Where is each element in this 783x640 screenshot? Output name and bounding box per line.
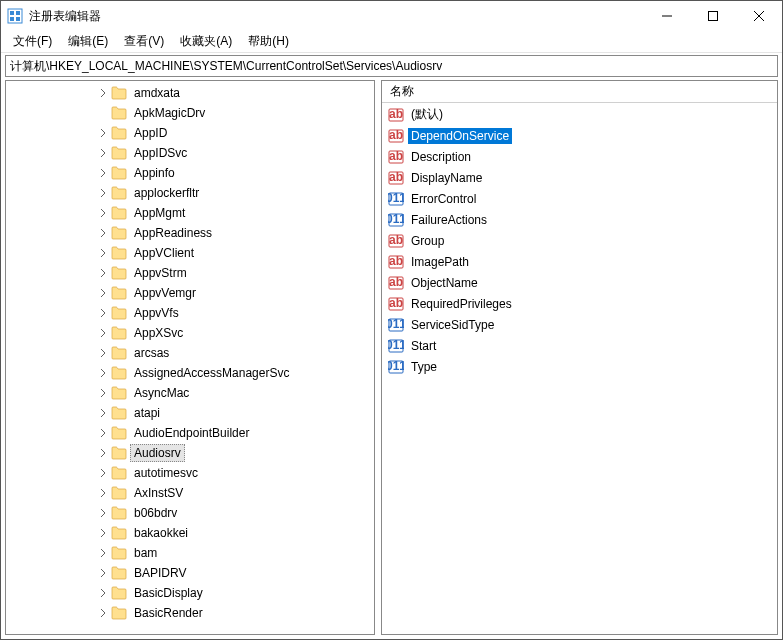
tree-item[interactable]: bam: [6, 543, 374, 563]
string-value-icon: ab: [388, 296, 404, 312]
tree-item[interactable]: AppIDSvc: [6, 143, 374, 163]
chevron-right-icon[interactable]: [96, 508, 110, 519]
folder-icon: [111, 346, 127, 360]
chevron-right-icon[interactable]: [96, 188, 110, 199]
chevron-right-icon[interactable]: [96, 128, 110, 139]
tree-item[interactable]: Appinfo: [6, 163, 374, 183]
string-value-icon: ab: [388, 128, 404, 144]
tree-item[interactable]: AppXSvc: [6, 323, 374, 343]
svg-text:ab: ab: [389, 149, 403, 163]
value-row[interactable]: abDescription: [382, 146, 777, 167]
chevron-right-icon[interactable]: [96, 468, 110, 479]
address-bar[interactable]: 计算机\HKEY_LOCAL_MACHINE\SYSTEM\CurrentCon…: [5, 55, 778, 77]
tree-item[interactable]: BasicRender: [6, 603, 374, 623]
folder-icon: [111, 486, 127, 500]
value-name: Type: [408, 359, 440, 375]
tree-item[interactable]: AudioEndpointBuilder: [6, 423, 374, 443]
chevron-right-icon[interactable]: [96, 588, 110, 599]
value-row[interactable]: 011Type: [382, 356, 777, 377]
tree-item-label: AppvVfs: [130, 304, 183, 322]
tree-item[interactable]: atapi: [6, 403, 374, 423]
tree-item[interactable]: AppID: [6, 123, 374, 143]
tree-item[interactable]: bakaokkei: [6, 523, 374, 543]
tree-item[interactable]: BAPIDRV: [6, 563, 374, 583]
value-row[interactable]: abObjectName: [382, 272, 777, 293]
value-row[interactable]: abGroup: [382, 230, 777, 251]
chevron-right-icon[interactable]: [96, 308, 110, 319]
chevron-right-icon[interactable]: [96, 228, 110, 239]
tree-item[interactable]: AssignedAccessManagerSvc: [6, 363, 374, 383]
tree-item-label: AsyncMac: [130, 384, 193, 402]
chevron-right-icon[interactable]: [96, 148, 110, 159]
value-row[interactable]: 011Start: [382, 335, 777, 356]
minimize-button[interactable]: [644, 1, 690, 31]
tree-item[interactable]: AppMgmt: [6, 203, 374, 223]
svg-rect-6: [709, 12, 718, 21]
value-row[interactable]: ab(默认): [382, 104, 777, 125]
value-row[interactable]: 011ErrorControl: [382, 188, 777, 209]
folder-icon: [111, 386, 127, 400]
value-row[interactable]: 011FailureActions: [382, 209, 777, 230]
svg-text:ab: ab: [389, 107, 403, 121]
value-row[interactable]: 011ServiceSidType: [382, 314, 777, 335]
values-body[interactable]: ab(默认)abDependOnServiceabDescriptionabDi…: [382, 103, 777, 634]
menu-edit[interactable]: 编辑(E): [62, 31, 114, 52]
tree-item[interactable]: AppReadiness: [6, 223, 374, 243]
tree-item[interactable]: AppvVemgr: [6, 283, 374, 303]
chevron-right-icon[interactable]: [96, 408, 110, 419]
svg-rect-4: [16, 17, 20, 21]
close-button[interactable]: [736, 1, 782, 31]
value-row[interactable]: abDependOnService: [382, 125, 777, 146]
svg-text:ab: ab: [389, 128, 403, 142]
tree-item[interactable]: amdxata: [6, 83, 374, 103]
chevron-right-icon[interactable]: [96, 168, 110, 179]
value-row[interactable]: abImagePath: [382, 251, 777, 272]
tree-item[interactable]: AsyncMac: [6, 383, 374, 403]
tree-item[interactable]: applockerfltr: [6, 183, 374, 203]
menu-view[interactable]: 查看(V): [118, 31, 170, 52]
chevron-right-icon[interactable]: [96, 548, 110, 559]
chevron-right-icon[interactable]: [96, 368, 110, 379]
tree-item[interactable]: ApkMagicDrv: [6, 103, 374, 123]
tree-item[interactable]: BasicDisplay: [6, 583, 374, 603]
chevron-right-icon[interactable]: [96, 348, 110, 359]
menubar: 文件(F) 编辑(E) 查看(V) 收藏夹(A) 帮助(H): [1, 31, 782, 53]
chevron-right-icon[interactable]: [96, 388, 110, 399]
chevron-right-icon[interactable]: [96, 448, 110, 459]
string-value-icon: ab: [388, 107, 404, 123]
value-name: ImagePath: [408, 254, 472, 270]
chevron-right-icon[interactable]: [96, 568, 110, 579]
tree-item[interactable]: Audiosrv: [6, 443, 374, 463]
tree-item[interactable]: AppVClient: [6, 243, 374, 263]
tree-pane: amdxataApkMagicDrvAppIDAppIDSvcAppinfoap…: [5, 80, 375, 635]
maximize-button[interactable]: [690, 1, 736, 31]
tree-item[interactable]: AxInstSV: [6, 483, 374, 503]
menu-file[interactable]: 文件(F): [7, 31, 58, 52]
chevron-right-icon[interactable]: [96, 288, 110, 299]
chevron-right-icon[interactable]: [96, 88, 110, 99]
value-row[interactable]: abDisplayName: [382, 167, 777, 188]
tree-item[interactable]: AppvStrm: [6, 263, 374, 283]
string-value-icon: ab: [388, 254, 404, 270]
tree-item[interactable]: AppvVfs: [6, 303, 374, 323]
svg-text:ab: ab: [389, 275, 403, 289]
chevron-right-icon[interactable]: [96, 488, 110, 499]
column-name[interactable]: 名称: [390, 83, 414, 100]
tree-scroll[interactable]: amdxataApkMagicDrvAppIDAppIDSvcAppinfoap…: [6, 81, 374, 634]
chevron-right-icon[interactable]: [96, 268, 110, 279]
menu-favorites[interactable]: 收藏夹(A): [174, 31, 238, 52]
folder-icon: [111, 106, 127, 120]
folder-icon: [111, 86, 127, 100]
tree-item[interactable]: autotimesvc: [6, 463, 374, 483]
chevron-right-icon[interactable]: [96, 528, 110, 539]
value-row[interactable]: abRequiredPrivileges: [382, 293, 777, 314]
chevron-right-icon[interactable]: [96, 328, 110, 339]
tree-item[interactable]: arcsas: [6, 343, 374, 363]
menu-help[interactable]: 帮助(H): [242, 31, 295, 52]
tree-item[interactable]: b06bdrv: [6, 503, 374, 523]
chevron-right-icon[interactable]: [96, 608, 110, 619]
chevron-right-icon[interactable]: [96, 428, 110, 439]
chevron-right-icon[interactable]: [96, 208, 110, 219]
chevron-right-icon[interactable]: [96, 248, 110, 259]
tree-item-label: Appinfo: [130, 164, 179, 182]
